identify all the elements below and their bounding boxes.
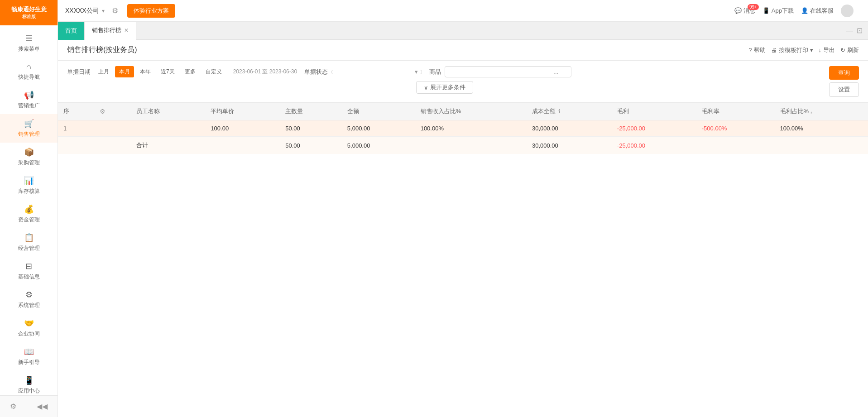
sidebar-item-应用中心[interactable]: 📱应用中心 xyxy=(0,371,58,395)
status-filter: 单据状态 ▾ xyxy=(304,68,422,76)
status-select[interactable]: ▾ xyxy=(331,70,422,74)
col-settings-icon[interactable]: ⚙ xyxy=(100,108,106,115)
button-panel: 查询 设置 xyxy=(829,66,859,97)
goods-label: 商品 xyxy=(429,68,441,76)
date-tab-本月[interactable]: 本月 xyxy=(115,66,134,77)
date-tab-近7天[interactable]: 近7天 xyxy=(157,66,179,77)
gear-icon[interactable]: ⚙ xyxy=(112,6,118,15)
cost-help-icon[interactable]: ℹ xyxy=(558,108,561,115)
date-tab-本年[interactable]: 本年 xyxy=(136,66,155,77)
sidebar-item-搜索菜单[interactable]: ☰搜索菜单 xyxy=(0,29,58,58)
sidebar-item-label: 库存核算 xyxy=(18,187,40,195)
filter-expand-row: ∨ 展开更多条件 xyxy=(67,77,822,94)
sidebar-item-label: 应用中心 xyxy=(18,387,40,395)
footer-amount: 5,000.00 xyxy=(342,137,415,154)
refresh-icon: ↻ xyxy=(840,47,845,53)
export-button[interactable]: ↓ 导出 xyxy=(819,46,835,54)
date-tab-自定义[interactable]: 自定义 xyxy=(201,66,226,77)
sidebar-item-label: 企业协同 xyxy=(18,330,40,338)
sidebar-item-基础信息[interactable]: ⊟基础信息 xyxy=(0,257,58,285)
online-service-button[interactable]: 👤 在线客服 xyxy=(801,7,834,15)
app-label: App下载 xyxy=(772,7,794,15)
sidebar-item-系统管理[interactable]: ⚙系统管理 xyxy=(0,285,58,314)
service-label: 在线客服 xyxy=(810,7,834,15)
page-actions: ? 帮助 🖨 按模板打印 ▾ ↓ 导出 ↻ 刷新 xyxy=(748,46,859,54)
col-amount: 全额 xyxy=(342,103,415,120)
data-table: 序 ⚙ 员工名称 平均单价 主数量 全额 销售收入占比% 成本全额 ℹ xyxy=(58,103,868,154)
date-filter: 单据日期 上月本月本年近7天更多自定义 2023-06-01 至 2023-06… xyxy=(67,66,297,77)
app-logo: 畅康通好生意 标准版 xyxy=(0,0,58,25)
sidebar-item-企业协同[interactable]: 🤝企业协同 xyxy=(0,314,58,342)
footer-empty-4 xyxy=(415,137,527,154)
filter-row-1: 单据日期 上月本月本年近7天更多自定义 2023-06-01 至 2023-06… xyxy=(67,66,822,77)
sidebar-item-快捷导航[interactable]: ⌂快捷导航 xyxy=(0,58,58,86)
date-tab-更多[interactable]: 更多 xyxy=(181,66,200,77)
table-wrapper: 序 ⚙ 员工名称 平均单价 主数量 全额 销售收入占比% 成本全额 ℹ xyxy=(58,103,868,417)
sidebar-icon: 📢 xyxy=(24,90,34,100)
content-area: 销售排行榜(按业务员) ? 帮助 🖨 按模板打印 ▾ ↓ 导出 ↻ 刷新 xyxy=(58,40,868,417)
sidebar-item-营销推广[interactable]: 📢营销推广 xyxy=(0,86,58,114)
date-tabs: 上月本月本年近7天更多自定义 xyxy=(94,66,226,77)
sidebar-item-库存核算[interactable]: 📊库存核算 xyxy=(0,171,58,200)
sidebar-item-label: 系统管理 xyxy=(18,302,40,309)
sidebar-item-label: 搜索菜单 xyxy=(18,45,40,53)
refresh-button[interactable]: ↻ 刷新 xyxy=(840,46,859,54)
cell-avg-price: 100.00 xyxy=(205,120,280,137)
message-button[interactable]: 💬 消息 99+ xyxy=(734,7,755,15)
footer-empty-3 xyxy=(205,137,280,154)
company-name: XXXXX公司 xyxy=(65,7,99,15)
tab-close-icon[interactable]: ✕ xyxy=(124,27,129,34)
date-tab-上月[interactable]: 上月 xyxy=(94,66,113,77)
collapse-icon[interactable]: ◀◀ xyxy=(37,402,48,411)
footer-quantity: 50.00 xyxy=(280,137,342,154)
col-avg-price: 平均单价 xyxy=(205,103,280,120)
help-icon: ? xyxy=(748,47,752,53)
sidebar-item-采购管理[interactable]: 📦采购管理 xyxy=(0,143,58,171)
maximize-icon[interactable]: ⊡ xyxy=(857,26,863,35)
company-arrow-icon: ▾ xyxy=(102,8,105,14)
app-download-button[interactable]: 📱 App下载 xyxy=(762,7,794,15)
settings-bottom-icon[interactable]: ⚙ xyxy=(10,402,16,411)
sidebar-icon: 💰 xyxy=(24,204,34,214)
query-button[interactable]: 查询 xyxy=(829,66,859,80)
trial-button[interactable]: 体验行业方案 xyxy=(127,4,175,18)
print-icon: 🖨 xyxy=(771,47,777,53)
sidebar-item-新手引导[interactable]: 📖新手引导 xyxy=(0,342,58,371)
cell-amount: 5,000.00 xyxy=(342,120,415,137)
expand-down-icon: ∨ xyxy=(424,84,428,91)
gross-pct-help-icon[interactable]: ₛ xyxy=(810,109,812,114)
tab-home[interactable]: 首页 xyxy=(58,22,85,40)
col-quantity: 主数量 xyxy=(280,103,342,120)
company-selector[interactable]: XXXXX公司 ▾ xyxy=(65,7,105,15)
cell-quantity: 50.00 xyxy=(280,120,342,137)
help-button[interactable]: ? 帮助 xyxy=(748,46,765,54)
minimize-icon[interactable]: — xyxy=(846,27,853,35)
avatar[interactable] xyxy=(841,5,854,17)
footer-gross: -25,000.00 xyxy=(612,137,696,154)
page-title: 销售排行榜(按业务员) xyxy=(67,45,137,55)
table-header-row: 序 ⚙ 员工名称 平均单价 主数量 全额 销售收入占比% 成本全额 ℹ xyxy=(58,103,868,120)
goods-input[interactable]: ... xyxy=(445,66,571,77)
logo-line1: 畅康通好生意 xyxy=(11,5,47,14)
expand-button[interactable]: ∨ 展开更多条件 xyxy=(416,81,473,94)
cell-gross-rate: -500.00% xyxy=(696,120,775,137)
print-button[interactable]: 🖨 按模板打印 ▾ xyxy=(771,46,813,54)
sidebar-item-经营管理[interactable]: 📋经营管理 xyxy=(0,228,58,257)
tab-sales-ranking[interactable]: 销售排行榜 ✕ xyxy=(85,22,136,40)
col-cost: 成本全额 ℹ xyxy=(527,103,612,120)
status-label: 单据状态 xyxy=(304,68,328,76)
footer-empty-1 xyxy=(58,137,94,154)
col-index: 序 xyxy=(58,103,94,120)
sidebar-icon: 📖 xyxy=(24,347,34,357)
sidebar-item-label: 资金管理 xyxy=(18,216,40,224)
settings-button[interactable]: 设置 xyxy=(829,82,859,97)
cell-settings xyxy=(94,120,130,137)
sidebar-icon: 📱 xyxy=(24,375,34,385)
sidebar-icon: 🤝 xyxy=(24,318,34,328)
sidebar-item-资金管理[interactable]: 💰资金管理 xyxy=(0,200,58,228)
page-header: 销售排行榜(按业务员) ? 帮助 🖨 按模板打印 ▾ ↓ 导出 ↻ 刷新 xyxy=(58,40,868,61)
sidebar-item-销售管理[interactable]: 🛒销售管理 xyxy=(0,114,58,143)
message-icon: 💬 xyxy=(734,7,742,14)
goods-more-icon[interactable]: ... xyxy=(553,68,558,75)
cell-index: 1 xyxy=(58,120,94,137)
